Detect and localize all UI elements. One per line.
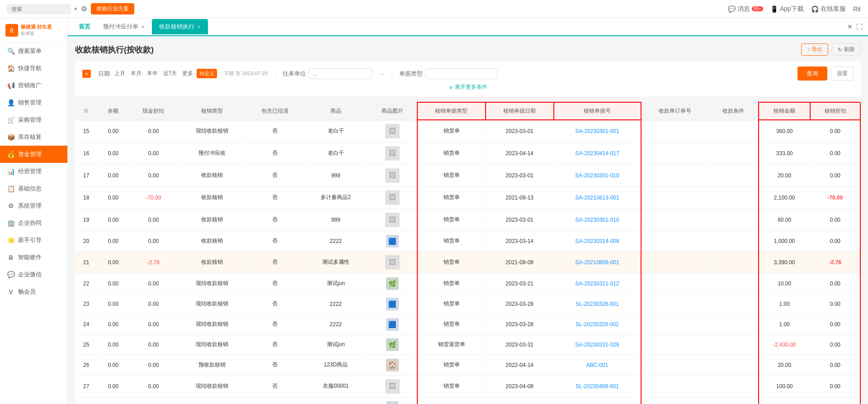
- bill-no-link[interactable]: SL-20230408-001: [576, 383, 619, 390]
- cell-bill-no[interactable]: SA-20230301-001: [554, 120, 641, 142]
- settings-icon[interactable]: ⚙: [81, 5, 87, 13]
- bill-no-link[interactable]: SA-20230301-010: [575, 217, 619, 223]
- export-btn[interactable]: ↑ 导出: [801, 43, 828, 56]
- sidebar-item-corp[interactable]: 🏢企业协同: [0, 214, 67, 232]
- sidebar-item-basic[interactable]: 📋基础信息: [0, 180, 67, 197]
- close-all-btn[interactable]: ✕: [847, 23, 853, 30]
- app-download[interactable]: 📱 App下载: [770, 5, 804, 13]
- tab-collection-close[interactable]: ✕: [197, 24, 201, 29]
- tab-collection[interactable]: 收款核销执行 ✕: [152, 19, 208, 34]
- col-receipt-no: 收款单订单号: [641, 102, 709, 120]
- cell-goods: 老白干: [304, 120, 367, 142]
- cell-receipt-no: [641, 294, 709, 314]
- bill-no-link[interactable]: SA-20230301-010: [575, 172, 619, 179]
- tab-prepay-close[interactable]: ✕: [141, 24, 145, 29]
- user-name[interactable]: Rit: [853, 5, 861, 13]
- date-btn-custom[interactable]: 自定义: [197, 69, 217, 78]
- tab-prepay[interactable]: 预付冲应付单 ✕: [96, 19, 152, 34]
- cell-includes-settled: 否: [245, 355, 304, 375]
- expand-btn-left[interactable]: »: [82, 70, 91, 78]
- bill-type-select[interactable]: [425, 68, 498, 79]
- sidebar-item-operation[interactable]: 📊经营管理: [0, 163, 67, 180]
- cell-bill-no[interactable]: SA-20230301-010: [554, 164, 641, 186]
- sidebar-item-sales[interactable]: 👤销售管理: [0, 94, 67, 111]
- bill-no-link[interactable]: ABC-001: [586, 362, 609, 368]
- cell-index: 24: [75, 314, 98, 334]
- cell-receipt-cond: [709, 231, 759, 251]
- date-btn-this-year[interactable]: 本年: [145, 69, 160, 78]
- bill-no-link[interactable]: SA-20230321-012: [575, 280, 619, 287]
- message-icon[interactable]: 💬 消息 99+: [728, 5, 763, 13]
- cell-bill-no[interactable]: SA-20230414-017: [554, 142, 641, 164]
- setting-btn[interactable]: 设置: [831, 67, 854, 81]
- sidebar-item-search-menu[interactable]: 🔍搜索菜单: [0, 43, 67, 60]
- cell-receipt-cond: [709, 209, 759, 231]
- cell-balance: 0.00: [98, 142, 129, 164]
- cell-bill-no[interactable]: SL-20230408-001: [554, 375, 641, 397]
- cell-bill-no[interactable]: SA-20210813-001: [554, 186, 641, 209]
- expand-more[interactable]: ∨ 展开更多条件: [82, 83, 854, 91]
- sidebar-item-marketing[interactable]: 📢营销推广: [0, 77, 67, 94]
- date-btn-this-month[interactable]: 本月: [129, 69, 143, 78]
- sidebar-item-wechat[interactable]: 💬企业微信: [0, 266, 67, 283]
- cell-bill-no[interactable]: SL-20230328-002: [554, 314, 641, 334]
- cell-receipt-cond: [709, 294, 759, 314]
- page-actions: ↑ 导出 ↻ 刷新: [801, 43, 861, 56]
- bill-no-link[interactable]: SL-20230328-002: [576, 321, 619, 328]
- cell-balance: 0.00: [98, 334, 129, 355]
- table-row: 23 0.00 0.00 现结收款核销 否 2222 🟦 销货单 2023-03…: [75, 294, 860, 314]
- cell-includes-settled: 否: [245, 209, 304, 231]
- cell-index: 20: [75, 231, 98, 251]
- cell-bill-no[interactable]: SA-20230321-012: [554, 273, 641, 294]
- bill-no-link[interactable]: SA-20230414-017: [575, 150, 619, 157]
- maximize-btn[interactable]: ⛶: [856, 23, 863, 30]
- cell-type: 现结收款核销: [178, 294, 245, 314]
- export-label: 导出: [811, 46, 822, 53]
- sidebar-item-member[interactable]: V畅会员: [0, 283, 67, 300]
- bill-no-link[interactable]: SA-20230314-008: [575, 238, 619, 244]
- cell-bill-type: 销货退货单: [417, 334, 486, 355]
- cell-bill-no[interactable]: SA-20230331-026: [554, 334, 641, 355]
- bill-no-link[interactable]: SA-20210808-001: [575, 259, 619, 266]
- bill-no-link[interactable]: SA-20210813-001: [575, 195, 619, 201]
- refresh-btn[interactable]: ↻ 刷新: [832, 43, 861, 56]
- sidebar-item-quick-nav[interactable]: 🏠快捷导航: [0, 60, 67, 77]
- cell-bill-no[interactable]: SA-20210808-001: [554, 251, 641, 273]
- date-btn-last-month[interactable]: 上月: [113, 69, 127, 78]
- date-btn-7days[interactable]: 近7天: [161, 69, 179, 78]
- expand-arrow[interactable]: »: [82, 70, 91, 78]
- search-input[interactable]: [7, 5, 71, 14]
- cell-bill-no[interactable]: SL-20230418-001: [554, 397, 641, 404]
- cell-goods: 多计量商品2: [304, 186, 367, 209]
- cell-balance: 0.00: [98, 273, 129, 294]
- cell-goods: 测试jun: [304, 273, 367, 294]
- dropdown-icon[interactable]: ▾: [74, 5, 77, 12]
- cell-bill-no[interactable]: SA-20230301-010: [554, 209, 641, 231]
- sidebar-item-inventory[interactable]: 📦库存核算: [0, 128, 67, 146]
- cell-bill-date: 2023-03-28: [486, 294, 554, 314]
- date-btn-more[interactable]: 更多: [180, 69, 195, 78]
- cell-bill-date: 2023-04-14: [486, 142, 554, 164]
- sidebar-item-finance[interactable]: 💰资金管理: [0, 146, 67, 163]
- col-settings[interactable]: ⚙: [75, 102, 98, 120]
- sidebar-item-guide[interactable]: 🌟新手引导: [0, 232, 67, 249]
- from-unit-input[interactable]: [309, 68, 372, 79]
- cell-goods-img: 🟦: [368, 231, 417, 251]
- bill-no-link[interactable]: SL-20230328-001: [576, 301, 619, 307]
- cell-bill-date: 2021-08-08: [486, 251, 554, 273]
- online-service[interactable]: 🎧 在线客服: [811, 5, 846, 13]
- sidebar-item-purchase[interactable]: 🛒采购管理: [0, 111, 67, 128]
- query-btn[interactable]: 查询: [797, 67, 827, 81]
- cell-balance: 0.00: [98, 375, 129, 397]
- bill-no-link[interactable]: SA-20230301-001: [575, 128, 619, 134]
- cell-bill-no[interactable]: ABC-001: [554, 355, 641, 375]
- cell-bill-no[interactable]: SA-20230314-008: [554, 231, 641, 251]
- sidebar-item-hardware[interactable]: 🖥智能硬件: [0, 249, 67, 266]
- bill-no-link[interactable]: SA-20230331-026: [575, 342, 619, 348]
- sidebar-item-system[interactable]: ⚙系统管理: [0, 197, 67, 214]
- tab-home[interactable]: 首页: [73, 19, 96, 34]
- industry-btn[interactable]: 体验行业方案: [91, 3, 134, 14]
- cell-bill-no[interactable]: SL-20230328-001: [554, 294, 641, 314]
- member-icon: V: [7, 288, 14, 295]
- sidebar-item-label-corp: 企业协同: [18, 219, 42, 227]
